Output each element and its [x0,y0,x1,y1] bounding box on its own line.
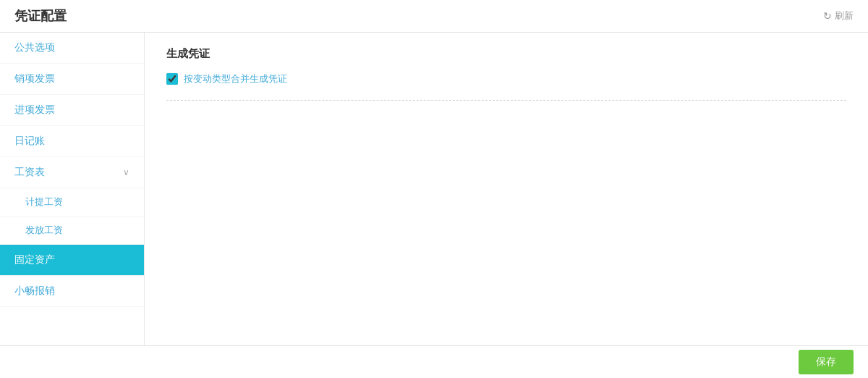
sidebar-item-label: 公共选项 [14,41,55,54]
sidebar-item-pay-payroll[interactable]: 发放工资 [0,217,144,245]
sidebar-item-label: 进项发票 [14,104,55,117]
refresh-label: 刷新 [835,9,854,22]
save-button[interactable]: 保存 [799,350,854,374]
sidebar-item-label: 销项发票 [14,72,55,85]
header: 凭证配置 ↻ 刷新 [0,0,868,33]
divider [166,100,846,101]
sidebar-item-journal[interactable]: 日记账 [0,126,144,157]
section-title: 生成凭证 [166,47,846,61]
footer: 保存 [0,345,868,378]
sidebar-item-label: 计提工资 [25,196,63,207]
sidebar-item-calc-payroll[interactable]: 计提工资 [0,188,144,217]
sidebar-item-expense-report[interactable]: 小畅报销 [0,276,144,307]
sidebar: 公共选项 销项发票 进项发票 日记账 工资表 ∨ 计提工资 发放工资 固定资产 … [0,33,145,345]
sidebar-item-public-options[interactable]: 公共选项 [0,33,144,64]
merge-by-type-checkbox[interactable] [166,73,178,85]
sidebar-item-label: 小畅报销 [14,285,55,298]
sidebar-item-label: 发放工资 [25,224,63,235]
refresh-icon: ↻ [823,10,832,22]
sidebar-item-purchase-invoice[interactable]: 进项发票 [0,95,144,126]
sidebar-item-label: 日记账 [14,135,45,148]
refresh-button[interactable]: ↻ 刷新 [823,9,854,22]
page-title: 凭证配置 [14,7,67,25]
sidebar-item-label: 工资表 [14,166,45,179]
sidebar-item-label: 固定资产 [14,253,55,266]
sidebar-item-payroll-table[interactable]: 工资表 ∨ [0,157,144,188]
sidebar-item-fixed-assets[interactable]: 固定资产 [0,245,144,276]
content-area: 生成凭证 按变动类型合并生成凭证 [145,33,868,345]
chevron-down-icon: ∨ [123,167,129,177]
main-layout: 公共选项 销项发票 进项发票 日记账 工资表 ∨ 计提工资 发放工资 固定资产 … [0,33,868,345]
sidebar-item-sales-invoice[interactable]: 销项发票 [0,64,144,95]
checkbox-row: 按变动类型合并生成凭证 [166,72,846,85]
merge-by-type-label[interactable]: 按变动类型合并生成凭证 [184,72,287,85]
